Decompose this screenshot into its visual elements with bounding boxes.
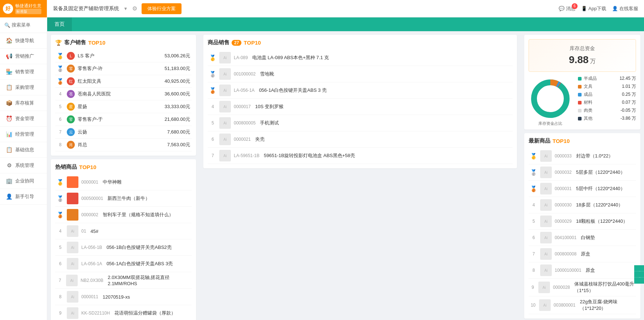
svg-text:Ai: Ai bbox=[224, 121, 227, 125]
product-image: Ai bbox=[219, 52, 231, 63]
product-code: 0000017 bbox=[234, 104, 251, 109]
table-row: 🥇 L LS 客户 53,006.26元 bbox=[55, 50, 192, 62]
medal-icon: 🥉 bbox=[530, 185, 537, 192]
rank-number: 7 bbox=[57, 130, 64, 135]
legend-value: -0.05 万 bbox=[614, 107, 636, 114]
legend-name: 半成品 bbox=[584, 75, 612, 82]
list-item: 🥇 Ai LA-089 电池盖 LA-089 ABS本色+黑种 7.1 克 bbox=[208, 50, 513, 66]
table-row: 8 肖 肖总 7,563.00元 bbox=[55, 139, 192, 151]
product-name: 封边带（1.0*22） bbox=[576, 153, 614, 159]
search-menu-button[interactable]: 🔍 搜索菜单 bbox=[3, 20, 44, 30]
list-item: 🥇 0000001 中华神雕 bbox=[55, 174, 192, 190]
topbar: 装备及固定资产辅助管理系统 ▼ ⚙ 体验行业方案 💬 消息 6 📱 App下载 … bbox=[47, 0, 644, 17]
operations-icon: 📊 bbox=[6, 131, 12, 138]
latest-products-card: 最新商品 TOP10 🥇 Ai 0000033 封边带（1.0*22） 🥈 bbox=[524, 133, 640, 319]
inventory-unit: 万 bbox=[590, 58, 596, 64]
sidebar-item-quick-nav[interactable]: 🏠 快捷导航 bbox=[0, 33, 47, 49]
guide-icon: 👤 bbox=[6, 193, 12, 200]
sidebar-item-purchase[interactable]: 📋 采购管理 bbox=[0, 80, 47, 95]
svg-text:Ai: Ai bbox=[224, 72, 227, 76]
product-name: 18多层（1220*2440） bbox=[576, 202, 623, 208]
product-image: Ai bbox=[219, 101, 231, 112]
product-name: 056-1A白色按键开关盖ABS 3 壳 bbox=[259, 87, 326, 94]
product-name: 056-1B白色按键开关壳ABS2壳 bbox=[106, 244, 171, 251]
product-name: 056-1A白色按键开关盖ABS 3壳 bbox=[106, 260, 173, 267]
search-icon: 🔍 bbox=[4, 22, 10, 28]
customer-rank-table: 🥇 L LS 客户 53,006.26元 🥈 零 零售客户-许 51,183.0… bbox=[55, 50, 192, 151]
logo-name: 畅捷通好生意 bbox=[15, 3, 41, 9]
svg-text:Ai: Ai bbox=[543, 303, 547, 307]
legend-dot bbox=[578, 117, 582, 120]
sidebar-item-guide[interactable]: 👤 新手引导 bbox=[0, 189, 47, 205]
product-image: Ai bbox=[219, 117, 231, 129]
list-item: 7 Ai NB2.0X30B 2.0X30MM双搓花轴,搓花直径2.1MM/RO… bbox=[55, 272, 192, 289]
customer-amount: 33,333.00元 bbox=[164, 103, 190, 110]
donut-chart: 库存资金占比 bbox=[529, 77, 572, 120]
sidebar-item-base[interactable]: 📋 基础信息 bbox=[0, 142, 47, 158]
product-name: 花语萌恒温分赠罐袋（厚款） bbox=[114, 310, 176, 316]
inventory-total-area: 库存总资金 9.88 万 bbox=[529, 39, 636, 72]
float-buttons: 客服热线 服务社区 直播 bbox=[634, 265, 644, 284]
customer-name: 苍南县人民医院 bbox=[78, 91, 162, 97]
right-panel: 库存总资金 9.88 万 bbox=[521, 31, 644, 320]
list-item: 5 Ai LA-056-1B 056-1B白色按键开关壳ABS2壳 bbox=[55, 239, 192, 256]
svg-text:Ai: Ai bbox=[71, 311, 74, 315]
customer-amount: 7,680.00元 bbox=[167, 129, 190, 135]
product-name: 雪地靴 bbox=[260, 71, 274, 77]
svg-text:Ai: Ai bbox=[545, 252, 548, 256]
inventory-value-area: 9.88 万 bbox=[535, 54, 630, 66]
product-code: 001000002 bbox=[234, 71, 256, 77]
rank-number: 6 bbox=[209, 137, 216, 142]
legend-item: 肉类 -0.05 万 bbox=[578, 107, 636, 114]
rank-number: 9 bbox=[530, 285, 535, 290]
sidebar-item-system[interactable]: ⚙ 系统管理 bbox=[0, 158, 47, 173]
svg-text:Ai: Ai bbox=[545, 220, 548, 223]
customer-badge: 零 bbox=[67, 65, 75, 73]
app-download-button[interactable]: 📱 App下载 bbox=[581, 5, 606, 12]
sidebar-item-inventory[interactable]: 📦 库存核算 bbox=[0, 95, 47, 111]
live-button[interactable]: 直播 bbox=[634, 278, 644, 284]
svg-text:Ai: Ai bbox=[543, 286, 546, 290]
product-image: Ai bbox=[219, 68, 231, 80]
customer-ranking-card: 🏆 客户销售TOP10 🥇 L LS 客户 53,006.26元 🥈 零 bbox=[51, 35, 196, 156]
medal-icon: 🥈 bbox=[530, 169, 537, 176]
sidebar: 好 畅捷通好生意 标准版 🔍 搜索菜单 🏠 快捷导航 📢 营销推广 🏪 销售管理… bbox=[0, 0, 47, 320]
product-code: LA-056-1A bbox=[81, 261, 102, 266]
sidebar-item-finance[interactable]: ⏰ 资金管理 bbox=[0, 111, 47, 127]
service-community-button[interactable]: 服务社区 bbox=[634, 271, 644, 278]
product-name: 45# bbox=[90, 229, 98, 234]
dropdown-arrow[interactable]: ▼ bbox=[123, 6, 128, 11]
svg-text:Ai: Ai bbox=[70, 279, 74, 283]
rank-number: 5 bbox=[57, 104, 64, 109]
legend-value: 1.01 万 bbox=[614, 83, 636, 90]
messages-button[interactable]: 💬 消息 6 bbox=[559, 5, 575, 12]
table-row: 4 苍 苍南县人民医院 36,600.00元 bbox=[55, 88, 192, 100]
inventory-legend: 半成品 12.45 万 文具 1.01 万 成品 0.25 万 bbox=[578, 75, 636, 122]
svg-text:Ai: Ai bbox=[224, 138, 227, 141]
svg-text:Ai: Ai bbox=[545, 187, 548, 191]
list-item: 8 Ai 10000100001 原盒 bbox=[529, 262, 636, 279]
sidebar-item-sales[interactable]: 🏪 销售管理 bbox=[0, 64, 47, 80]
customer-amount: 36,600.00元 bbox=[164, 91, 190, 97]
sidebar-item-operations[interactable]: 📊 经营管理 bbox=[0, 127, 47, 142]
table-row: 5 星 星扬 33,333.00元 bbox=[55, 100, 192, 113]
online-service-button[interactable]: 👤 在线客服 bbox=[612, 5, 638, 12]
tab-home[interactable]: 首页 bbox=[47, 17, 72, 31]
latest-products-list: 🥇 Ai 0000033 封边带（1.0*22） 🥈 Ai 0000032 bbox=[529, 148, 636, 314]
settings-icon[interactable]: ⚙ bbox=[132, 5, 137, 12]
sidebar-item-enterprise[interactable]: 🏢 企业协同 bbox=[0, 173, 47, 189]
legend-name: 肉类 bbox=[584, 107, 612, 114]
inventory-value: 9.88 bbox=[569, 54, 589, 65]
list-item: 🥉 Ai 0000031 5层中纤（1220*2440） bbox=[529, 181, 636, 197]
customer-name: 肖总 bbox=[78, 141, 164, 148]
sidebar-search-area[interactable]: 🔍 搜索菜单 bbox=[0, 17, 47, 33]
medal-icon: 🥉 bbox=[57, 78, 64, 85]
trial-button[interactable]: 体验行业方案 bbox=[142, 3, 182, 14]
rank-number: 4 bbox=[530, 202, 537, 208]
product-image: Ai bbox=[67, 225, 78, 237]
rank-number: 4 bbox=[57, 229, 64, 234]
product-ranking-card: 商品销售 27 TOP10 🥇 Ai LA-089 电池盖 LA-089 ABS… bbox=[203, 35, 517, 168]
customer-badge: L bbox=[67, 52, 75, 60]
customer-service-button[interactable]: 客服热线 bbox=[634, 265, 644, 271]
sidebar-item-marketing[interactable]: 📢 营销推广 bbox=[0, 49, 47, 64]
